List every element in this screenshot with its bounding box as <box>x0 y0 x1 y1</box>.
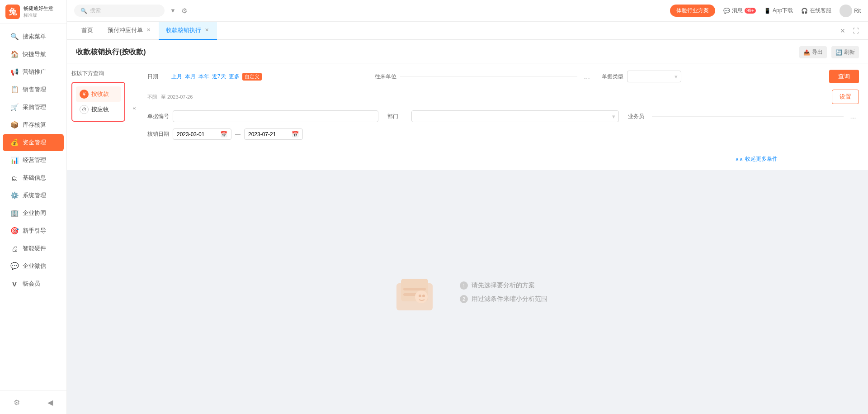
industry-solution-button[interactable]: 体验行业方案 <box>670 5 715 17</box>
marketing-icon: 📢 <box>10 68 19 76</box>
filter-sidebar-collapse[interactable]: « <box>130 63 138 152</box>
sidebar-item-system[interactable]: ⚙️ 系统管理 <box>3 187 64 204</box>
quick-nav-icon: 🏠 <box>10 50 19 58</box>
dept-label: 部门 <box>387 113 408 120</box>
sidebar-nav: 🔍 搜索菜单 🏠 快捷导航 📢 营销推广 📋 销售管理 🛒 采购管理 📦 库存核… <box>0 24 66 390</box>
refresh-button[interactable]: 🔄 刷新 <box>831 46 859 58</box>
date-this-month[interactable]: 本月 <box>185 73 196 81</box>
service-icon: 🎧 <box>801 8 808 14</box>
tab-fullscreen-icon[interactable]: ⛶ <box>851 25 861 36</box>
export-icon: 📤 <box>803 49 810 56</box>
date-custom-tag[interactable]: 自定义 <box>242 73 262 81</box>
date-more[interactable]: 更多 <box>229 73 240 81</box>
sidebar-item-wechat[interactable]: 💬 企业微信 <box>3 257 64 275</box>
tab-prepay-label: 预付冲应付单 <box>108 26 143 34</box>
sidebar-item-label: 智能硬件 <box>23 244 46 252</box>
sidebar-item-guide[interactable]: 🎯 新手引导 <box>3 222 64 239</box>
filter-row-1: 日期 上月 本月 本年 近7天 更多 自定义 往来单位 <box>147 70 859 83</box>
sidebar-item-basic-info[interactable]: 🗂 基础信息 <box>3 169 64 186</box>
voucher-type-select[interactable] <box>627 71 681 82</box>
export-label: 导出 <box>812 48 823 56</box>
tab-home[interactable]: 首页 <box>74 22 100 40</box>
tab-prepay-close[interactable]: ✕ <box>146 27 151 33</box>
sidebar-item-marketing[interactable]: 📢 营销推广 <box>3 63 64 81</box>
sidebar-item-sales[interactable]: 📋 销售管理 <box>3 81 64 98</box>
sidebar-item-enterprise[interactable]: 🏢 企业协同 <box>3 205 64 222</box>
sidebar-item-funds[interactable]: 💰 资金管理 <box>3 134 64 151</box>
sidebar-item-label: 资金管理 <box>23 138 46 147</box>
sidebar-item-member[interactable]: V 畅会员 <box>3 275 64 292</box>
sidebar-item-label: 企业协同 <box>23 209 46 217</box>
tab-prepay[interactable]: 预付冲应付单 ✕ <box>100 22 159 40</box>
date-last-month[interactable]: 上月 <box>171 73 182 81</box>
svg-point-4 <box>415 290 428 303</box>
app-download-icon: 📱 <box>764 8 771 14</box>
app-logo: 兔 畅捷通好生意 标准版 <box>0 0 66 24</box>
sidebar-item-search-menu[interactable]: 🔍 搜索菜单 <box>3 28 64 45</box>
step-2-num: 2 <box>460 295 468 303</box>
header-search-bar[interactable]: 🔍 搜索 <box>74 5 165 17</box>
refresh-label: 刷新 <box>844 48 855 56</box>
sidebar-item-label: 采购管理 <box>23 103 46 111</box>
settings-button[interactable]: 设置 <box>832 90 859 104</box>
date-this-year[interactable]: 本年 <box>198 73 209 81</box>
guide-icon: 🎯 <box>10 227 19 235</box>
logo-icon: 兔 <box>5 5 20 19</box>
search-placeholder: 搜索 <box>90 7 101 14</box>
sidebar-item-purchase[interactable]: 🛒 采购管理 <box>3 99 64 116</box>
app-download-button[interactable]: 📱 App下载 <box>764 7 793 14</box>
writeoff-date-from-input[interactable] <box>177 131 217 138</box>
filter-option-by-receipt[interactable]: ¥ 按收款 <box>76 86 121 102</box>
user-profile[interactable]: Rit <box>840 5 861 17</box>
enterprise-icon: 🏢 <box>10 209 19 217</box>
main-area: 🔍 搜索 ▼ ⚙ 体验行业方案 💬 消息 99+ 📱 App下载 🎧 在线客服 <box>67 0 868 414</box>
online-service-button[interactable]: 🎧 在线客服 <box>801 7 831 14</box>
app-name: 畅捷通好生意 <box>24 5 53 12</box>
date-no-limit-label: 不限 <box>147 94 157 100</box>
dept-select-wrap: ▾ <box>411 110 618 122</box>
collapse-icon: ∧∧ <box>735 156 743 162</box>
date-filter-group: 日期 上月 本月 本年 近7天 更多 自定义 <box>147 73 366 81</box>
message-label: 消息 <box>732 7 743 14</box>
filter-row-2: 不限 至 2023-07-26 设置 <box>147 90 859 104</box>
sidebar-item-label: 库存核算 <box>23 121 46 129</box>
sidebar-item-inventory[interactable]: 📦 库存核算 <box>3 116 64 133</box>
sidebar-item-hardware[interactable]: 🖨 智能硬件 <box>3 240 64 257</box>
salesperson-more-btn[interactable]: … <box>847 112 859 121</box>
dept-select[interactable] <box>411 110 618 122</box>
wechat-icon: 💬 <box>10 262 19 270</box>
tab-bar: 首页 预付冲应付单 ✕ 收款核销执行 ✕ ✕ ⛶ <box>67 22 868 40</box>
page-title: 收款核销执行(按收款) <box>76 48 146 57</box>
export-button[interactable]: 📤 导出 <box>799 46 827 58</box>
app-edition: 标准版 <box>24 12 53 19</box>
header-dropdown-icon[interactable]: ▼ <box>170 7 176 14</box>
message-button[interactable]: 💬 消息 99+ <box>723 7 756 14</box>
counterpart-more-btn[interactable]: … <box>581 72 593 81</box>
sidebar: 兔 畅捷通好生意 标准版 🔍 搜索菜单 🏠 快捷导航 📢 营销推广 📋 销售管理… <box>0 0 67 414</box>
svg-point-5 <box>419 295 421 297</box>
query-button[interactable]: 查询 <box>829 70 859 83</box>
date-shortcuts: 上月 本月 本年 近7天 更多 自定义 <box>171 73 262 81</box>
counterpart-label: 往来单位 <box>375 73 396 81</box>
writeoff-date-from-cal[interactable]: 📅 <box>220 131 227 138</box>
search-menu-icon: 🔍 <box>10 33 19 41</box>
sidebar-settings-button[interactable]: ⚙ <box>10 395 24 410</box>
message-badge: 99+ <box>745 8 756 14</box>
sidebar-item-operations[interactable]: 📊 经营管理 <box>3 152 64 169</box>
tab-close-all-icon[interactable]: ✕ <box>838 25 847 36</box>
collapse-more-btn[interactable]: ∧∧ 收起更多条件 <box>735 152 778 166</box>
sidebar-collapse-button[interactable]: ◀ <box>44 395 57 410</box>
writeoff-date-to-cal[interactable]: 📅 <box>292 131 299 138</box>
voucher-no-input[interactable] <box>173 110 378 122</box>
filter-sidebar-title: 按以下方查询 <box>71 70 125 77</box>
empty-step-2: 2 用过滤条件来缩小分析范围 <box>460 295 547 303</box>
tab-receipt-writeoff-close[interactable]: ✕ <box>204 27 210 33</box>
sidebar-item-quick-nav[interactable]: 🏠 快捷导航 <box>3 46 64 63</box>
tab-receipt-writeoff[interactable]: 收款核销执行 ✕ <box>159 22 217 40</box>
tab-home-label: 首页 <box>81 26 93 34</box>
writeoff-date-to-input[interactable] <box>248 131 289 138</box>
date-7days[interactable]: 近7天 <box>212 73 226 81</box>
filter-main: 日期 上月 本月 本年 近7天 更多 自定义 往来单位 <box>138 63 868 152</box>
header-settings-icon[interactable]: ⚙ <box>181 7 187 15</box>
filter-option-by-receivable[interactable]: ⏱ 按应收 <box>76 102 121 117</box>
